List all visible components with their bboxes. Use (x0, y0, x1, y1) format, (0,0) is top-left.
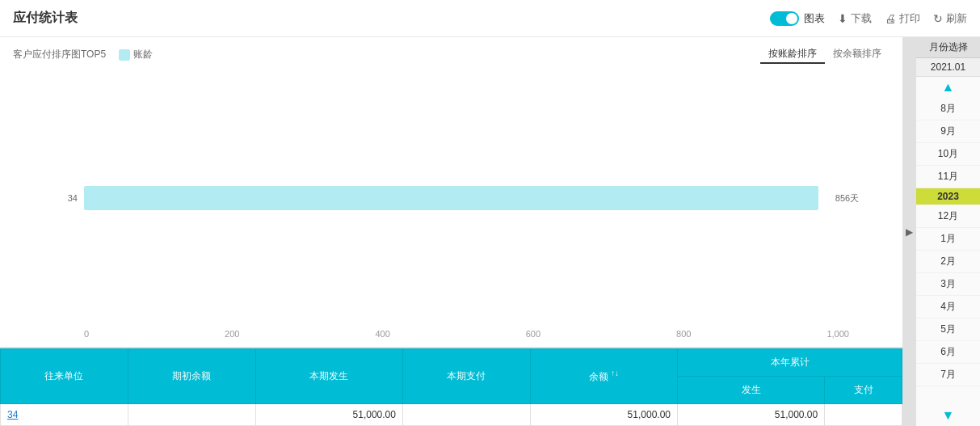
th-opening: 期初余额 (128, 349, 255, 404)
sidebar-expand-button[interactable]: ▶ (902, 37, 915, 426)
sidebar-month-item[interactable]: 7月 (916, 364, 980, 386)
download-label: 下载 (851, 11, 872, 26)
cell-opening (128, 404, 255, 426)
sidebar-up-button[interactable]: ▲ (916, 77, 980, 98)
cell-ytd-occur: 51,000.00 (678, 404, 825, 426)
th-current-pay: 本期支付 (402, 349, 530, 404)
xaxis-1000: 1,000 (826, 329, 849, 339)
chart-area: 客户应付排序图TOP5 账龄 按账龄排序 按余额排序 34 (0, 37, 902, 347)
chart-header: 客户应付排序图TOP5 账龄 按账龄排序 按余额排序 (13, 45, 890, 64)
cell-current-occur: 51,000.00 (255, 404, 402, 426)
sidebar-month-item[interactable]: 5月 (916, 318, 980, 341)
bar-track: 856天 (84, 186, 857, 210)
cell-balance: 51,000.00 (530, 404, 677, 426)
refresh-label: 刷新 (946, 11, 967, 26)
sidebar-month-item[interactable]: 9月 (916, 120, 980, 143)
th-balance: 余额 ↑↓ (530, 349, 677, 404)
data-table: 往来单位 期初余额 本期发生 本期支付 余额 ↑↓ 本年累计 发生 (0, 348, 902, 426)
sidebar-month-item[interactable]: 6月 (916, 341, 980, 364)
download-icon: ⬇ (838, 12, 848, 25)
cell-unit[interactable]: 34 (1, 404, 128, 426)
sort-by-age-button[interactable]: 按账龄排序 (760, 45, 825, 64)
refresh-icon: ↻ (933, 12, 943, 25)
sidebar: 月份选择 2021.01 ▲ 8月9月10月11月202312月1月2月3月4月… (915, 37, 980, 426)
chart-xaxis: 0 200 400 600 800 1,000 (13, 326, 890, 339)
print-icon: 🖨 (885, 12, 896, 25)
bar-end-label: 856天 (835, 192, 859, 205)
bar-fill: 856天 (84, 186, 818, 210)
app-container: 应付统计表 图表 ⬇ 下载 🖨 打印 ↻ 刷新 (0, 0, 980, 426)
header-actions: 图表 ⬇ 下载 🖨 打印 ↻ 刷新 (770, 11, 967, 26)
cell-ytd-pay (825, 404, 902, 426)
th-ytd-group: 本年累计 (678, 349, 902, 377)
xaxis-800: 800 (676, 329, 691, 339)
sidebar-month-item[interactable]: 3月 (916, 273, 980, 296)
th-ytd-pay: 支付 (825, 377, 902, 404)
sidebar-month-item[interactable]: 11月 (916, 166, 980, 188)
sidebar-month-item[interactable]: 1月 (916, 228, 980, 251)
header: 应付统计表 图表 ⬇ 下载 🖨 打印 ↻ 刷新 (0, 0, 980, 37)
chart-legend: 客户应付排序图TOP5 账龄 (13, 48, 153, 61)
main-content: 客户应付排序图TOP5 账龄 按账龄排序 按余额排序 34 (0, 37, 980, 426)
print-button[interactable]: 🖨 打印 (885, 11, 920, 26)
download-button[interactable]: ⬇ 下载 (838, 11, 872, 26)
chart-canvas: 34 856天 0 200 400 600 8 (13, 70, 890, 339)
chart-toggle-wrap: 图表 (770, 11, 825, 26)
refresh-button[interactable]: ↻ 刷新 (933, 11, 967, 26)
print-label: 打印 (899, 11, 920, 26)
chart-bars-area: 34 856天 (13, 70, 890, 326)
table-section: 往来单位 期初余额 本期发生 本期支付 余额 ↑↓ 本年累计 发生 (0, 347, 902, 426)
xaxis-0: 0 (84, 329, 89, 339)
xaxis-600: 600 (526, 329, 540, 339)
table-row: 34 51,000.00 51,000.00 51,000.00 (1, 404, 902, 426)
sidebar-header: 月份选择 (916, 37, 980, 58)
cell-current-pay (402, 404, 530, 426)
chart-toggle-label: 图表 (804, 11, 825, 26)
xaxis-200: 200 (225, 329, 239, 339)
sidebar-month-item[interactable]: 10月 (916, 143, 980, 166)
sidebar-down-button[interactable]: ▼ (916, 405, 980, 426)
sidebar-month-item[interactable]: 2月 (916, 251, 980, 273)
chart-sort-buttons: 按账龄排序 按余额排序 (760, 45, 890, 64)
legend-label: 账龄 (133, 48, 153, 61)
th-current-occur: 本期发生 (255, 349, 402, 404)
year-marker: 2023 (916, 188, 980, 205)
bar-label: 34 (53, 193, 78, 203)
page-title: 应付统计表 (13, 10, 78, 27)
sort-by-balance-button[interactable]: 按余额排序 (825, 45, 890, 64)
legend-title: 客户应付排序图TOP5 (13, 48, 106, 61)
bar-row: 34 856天 (53, 186, 857, 210)
legend-color-box (119, 49, 130, 61)
sidebar-month-item[interactable]: 4月 (916, 296, 980, 318)
legend-item: 账龄 (119, 48, 153, 61)
th-ytd-occur: 发生 (678, 377, 825, 404)
sidebar-year-display: 2021.01 (916, 58, 980, 77)
chart-toggle[interactable] (770, 11, 799, 26)
sidebar-month-list: 8月9月10月11月202312月1月2月3月4月5月6月7月 (916, 98, 980, 405)
xaxis-400: 400 (375, 329, 389, 339)
th-unit: 往来单位 (1, 349, 128, 404)
sidebar-month-item[interactable]: 12月 (916, 205, 980, 228)
chart-section: 客户应付排序图TOP5 账龄 按账龄排序 按余额排序 34 (0, 37, 902, 426)
sidebar-month-item[interactable]: 8月 (916, 98, 980, 120)
